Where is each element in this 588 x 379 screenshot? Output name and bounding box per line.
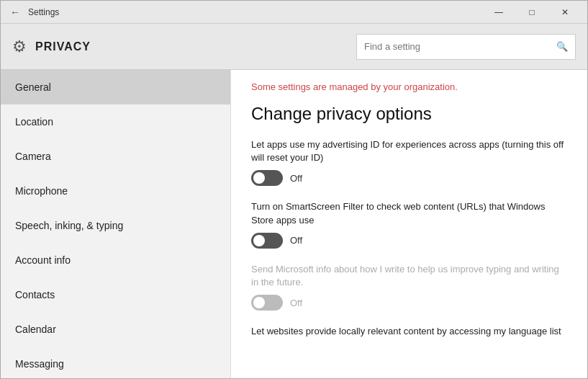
- search-box: 🔍: [356, 34, 576, 60]
- app-header: ⚙ PRIVACY 🔍: [1, 24, 587, 70]
- sidebar-item-calendar[interactable]: Calendar: [1, 312, 230, 347]
- toggle-advertising[interactable]: [251, 170, 283, 186]
- sidebar-item-microphone[interactable]: Microphone: [1, 174, 230, 208]
- toggle-smartscreen[interactable]: [251, 233, 283, 249]
- settings-window: ← Settings — □ ✕ ⚙ PRIVACY 🔍 General Loc…: [0, 0, 588, 379]
- titlebar: ← Settings — □ ✕: [1, 1, 587, 24]
- toggle-row-typing: Off: [251, 295, 567, 311]
- toggle-label-typing: Off: [290, 298, 302, 308]
- toggle-label-advertising: Off: [290, 173, 302, 184]
- search-icon: 🔍: [556, 41, 568, 52]
- sidebar-item-messaging[interactable]: Messaging: [1, 347, 230, 378]
- sidebar-label-contacts: Contacts: [15, 289, 55, 300]
- setting-label-typing: Send Microsoft info about how I write to…: [251, 263, 567, 289]
- toggle-row-advertising: Off: [251, 170, 567, 186]
- sidebar: General Location Camera Microphone Speec…: [1, 70, 231, 378]
- sidebar-label-general: General: [15, 81, 51, 93]
- toggle-row-smartscreen: Off: [251, 233, 567, 249]
- org-notice: Some settings are managed by your organi…: [251, 81, 567, 92]
- close-button[interactable]: ✕: [548, 1, 582, 24]
- sidebar-item-location[interactable]: Location: [1, 104, 230, 139]
- setting-label-advertising: Let apps use my advertising ID for exper…: [251, 138, 567, 164]
- sidebar-label-speech: Speech, inking, & typing: [15, 220, 123, 231]
- setting-label-smartscreen: Turn on SmartScreen Filter to check web …: [251, 200, 567, 226]
- sidebar-item-contacts[interactable]: Contacts: [1, 277, 230, 312]
- toggle-label-smartscreen: Off: [290, 235, 302, 246]
- back-button[interactable]: ←: [6, 4, 24, 21]
- sidebar-label-calendar: Calendar: [15, 324, 56, 335]
- maximize-button[interactable]: □: [515, 1, 548, 24]
- setting-smartscreen: Turn on SmartScreen Filter to check web …: [251, 200, 567, 248]
- sidebar-item-account[interactable]: Account info: [1, 243, 230, 277]
- sidebar-item-speech[interactable]: Speech, inking, & typing: [1, 208, 230, 243]
- window-controls: — □ ✕: [482, 1, 582, 24]
- toggle-typing: [251, 295, 283, 311]
- search-input[interactable]: [364, 41, 556, 52]
- setting-advertising-id: Let apps use my advertising ID for exper…: [251, 138, 567, 186]
- page-title: PRIVACY: [35, 40, 356, 53]
- window-title: Settings: [28, 7, 482, 17]
- setting-typing: Send Microsoft info about how I write to…: [251, 263, 567, 311]
- sidebar-label-location: Location: [15, 116, 53, 128]
- setting-language: Let websites provide locally relevant co…: [251, 325, 567, 338]
- section-title: Change privacy options: [251, 104, 567, 124]
- sidebar-item-camera[interactable]: Camera: [1, 139, 230, 174]
- sidebar-label-microphone: Microphone: [15, 185, 68, 197]
- setting-label-language: Let websites provide locally relevant co…: [251, 325, 567, 338]
- sidebar-label-camera: Camera: [15, 151, 51, 162]
- content-panel: Some settings are managed by your organi…: [231, 70, 587, 378]
- minimize-button[interactable]: —: [482, 1, 515, 24]
- privacy-icon: ⚙: [12, 37, 27, 56]
- sidebar-label-account: Account info: [15, 254, 71, 266]
- sidebar-label-messaging: Messaging: [15, 358, 64, 370]
- sidebar-item-general[interactable]: General: [1, 70, 230, 104]
- body: General Location Camera Microphone Speec…: [1, 70, 587, 378]
